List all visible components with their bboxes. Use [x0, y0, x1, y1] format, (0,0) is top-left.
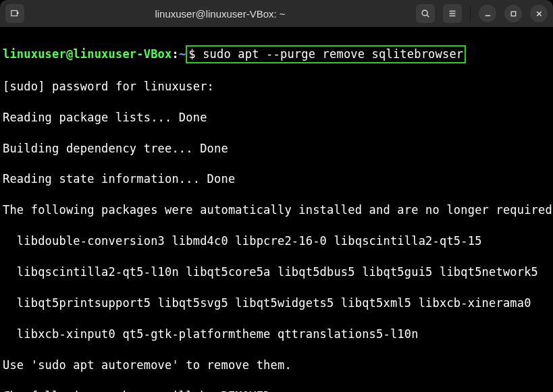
- close-icon: [535, 10, 543, 18]
- titlebar: linuxuser@linuxuser-VBox: ~: [0, 0, 553, 27]
- output-line: Use 'sudo apt autoremove' to remove them…: [3, 358, 550, 373]
- output-line: Building dependency tree... Done: [3, 141, 550, 157]
- command-highlight: $ sudo apt --purge remove sqlitebrowser: [186, 45, 466, 63]
- output-line: The following packages will be REMOVED:: [3, 389, 550, 392]
- output-line: libqt5printsupport5 libqt5svg5 libqt5wid…: [3, 296, 550, 311]
- svg-rect-9: [511, 11, 515, 16]
- output-line: libdouble-conversion3 libmd4c0 libpcre2-…: [3, 233, 550, 249]
- svg-point-3: [422, 10, 427, 16]
- window-title: linuxuser@linuxuser-VBox: ~: [30, 8, 411, 20]
- output-line: libqscintilla2-qt5-l10n libqt5core5a lib…: [3, 264, 550, 280]
- prompt-cwd: ~: [179, 47, 186, 61]
- hamburger-icon: [448, 9, 457, 18]
- titlebar-left: [5, 4, 24, 23]
- titlebar-right: [416, 4, 548, 23]
- output-line: [sudo] password for linuxuser:: [3, 79, 550, 94]
- maximize-icon: [510, 10, 517, 18]
- prompt-sep: :: [172, 47, 178, 61]
- output-line: The following packages were automaticall…: [3, 202, 550, 218]
- new-tab-button[interactable]: [5, 4, 24, 23]
- close-button[interactable]: [530, 5, 548, 22]
- output-line: Reading state information... Done: [3, 171, 550, 187]
- terminal-area[interactable]: linuxuser@linuxuser-VBox:~$ sudo apt --p…: [0, 27, 553, 392]
- svg-line-4: [427, 15, 429, 17]
- prompt-userhost: linuxuser@linuxuser-VBox: [3, 47, 172, 61]
- minimize-button[interactable]: [479, 5, 496, 22]
- maximize-button[interactable]: [504, 5, 522, 22]
- new-tab-icon: [10, 9, 20, 18]
- minimize-icon: [484, 10, 492, 18]
- search-icon: [421, 9, 430, 18]
- titlebar-separator: [470, 6, 471, 21]
- prompt-line-1: linuxuser@linuxuser-VBox:~$ sudo apt --p…: [3, 45, 550, 63]
- search-button[interactable]: [416, 4, 435, 23]
- output-line: libxcb-xinput0 qt5-gtk-platformtheme qtt…: [3, 327, 550, 342]
- output-line: Reading package lists... Done: [3, 110, 550, 125]
- menu-button[interactable]: [443, 4, 462, 23]
- svg-rect-0: [11, 11, 18, 16]
